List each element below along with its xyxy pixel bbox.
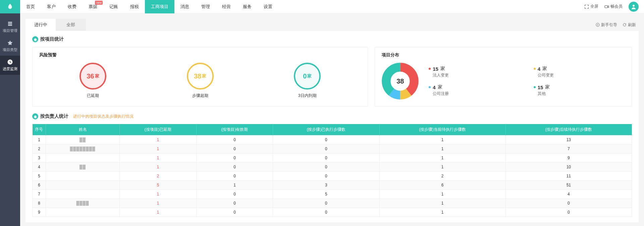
topnav-item-5[interactable]: 报税 [124, 0, 145, 13]
tab-bar: 进行中全部 新手引导 刷新 [25, 19, 639, 31]
col-0: 序号 [33, 124, 46, 135]
person-icon: ◉ [32, 113, 38, 119]
member-label: 畅会员 [610, 4, 623, 9]
table-row[interactable]: 6513651 [33, 181, 632, 190]
topnav-item-9[interactable]: 经营 [216, 0, 237, 13]
distribution-title: 项目分布 [382, 52, 625, 58]
topnav-item-1[interactable]: 客户 [41, 0, 62, 13]
video-icon [604, 4, 609, 9]
sidebar: 项目管理项目类型进度监测 [0, 13, 20, 226]
col-4: (按步骤)已执行步骤数 [273, 124, 379, 135]
topnav-item-10[interactable]: 服务 [237, 0, 258, 13]
topbar-right: 全屏 畅会员 [584, 2, 644, 12]
fullscreen-label: 全屏 [590, 4, 598, 9]
topnav-item-6[interactable]: 工商项目 [145, 0, 174, 13]
topnav-item-4[interactable]: 记账 [103, 0, 124, 13]
risk-title: 风险预警 [39, 52, 361, 58]
logo-icon [6, 3, 14, 10]
topnav-item-3[interactable]: 票据new [83, 0, 103, 13]
topnav-item-0[interactable]: 首页 [20, 0, 41, 13]
svg-rect-0 [605, 5, 607, 8]
guide-button[interactable]: 新手引导 [596, 22, 617, 28]
legend-item-1[interactable]: 4家公司变更 [534, 66, 625, 78]
risk-item-1[interactable]: 38家步骤超期 [187, 63, 214, 99]
topnav-item-7[interactable]: 消息 [174, 0, 195, 13]
topnav-item-11[interactable]: 设置 [258, 0, 278, 13]
sidebar-icon-1 [7, 40, 13, 46]
content: 进行中全部 新手引导 刷新 ◉ 按项目统计 风险预警 36家 [20, 13, 644, 226]
col-2: (按项目)已延期 [120, 124, 197, 135]
tab-0[interactable]: 进行中 [25, 19, 56, 31]
topnav-item-8[interactable]: 管理 [195, 0, 216, 13]
table-row[interactable]: 5200211 [33, 172, 632, 181]
refresh-icon [623, 23, 627, 27]
fullscreen-button[interactable]: 全屏 [584, 4, 598, 9]
sidebar-item-2[interactable]: 进度监测 [0, 56, 20, 75]
donut-chart: 38 [382, 63, 419, 100]
top-nav: 首页客户收费票据new记账报税工商项目消息管理经营服务设置 [20, 0, 278, 13]
donut-total: 38 [396, 77, 404, 85]
risk-item-0[interactable]: 36家已延期 [79, 63, 106, 99]
sidebar-item-0[interactable]: 项目管理 [0, 17, 20, 37]
fullscreen-icon [584, 4, 589, 9]
new-badge: new [95, 1, 103, 5]
col-3: (按项目)有效期 [196, 124, 273, 135]
topbar: 首页客户收费票据new记账报税工商项目消息管理经营服务设置 全屏 畅会员 [0, 0, 644, 13]
col-6: (按步骤)后续待执行步骤数 [505, 124, 632, 135]
topnav-item-2[interactable]: 收费 [62, 0, 83, 13]
sidebar-icon-2 [7, 59, 13, 65]
stats-icon: ◉ [32, 36, 38, 42]
user-icon [631, 4, 637, 10]
table-row[interactable]: 2████████10017 [33, 145, 632, 154]
person-stats-title: ◉ 按负责人统计 进行中的项目状态及步骤执行情况 [32, 113, 632, 119]
distribution-panel: 项目分布 38 15家法人变更4家公司变更4家公司注册15家其他 [375, 47, 632, 107]
col-5: (按步骤)当前待执行步骤数 [379, 124, 505, 135]
risk-item-2[interactable]: 0家3日内到期 [294, 63, 321, 99]
compass-icon [596, 23, 600, 27]
table-row[interactable]: 8████10010 [33, 199, 632, 208]
table-row[interactable]: 1██100113 [33, 135, 632, 145]
tab-1[interactable]: 全部 [56, 19, 86, 31]
member-button[interactable]: 畅会员 [604, 4, 623, 9]
legend-item-0[interactable]: 15家法人变更 [429, 66, 520, 78]
refresh-button[interactable]: 刷新 [623, 22, 636, 28]
svg-point-1 [633, 5, 635, 7]
table-row[interactable]: 910010 [33, 208, 632, 217]
risk-panel: 风险预警 36家已延期38家步骤超期0家3日内到期 [32, 47, 368, 107]
person-stats-table: 序号姓名(按项目)已延期(按项目)有效期(按步骤)已执行步骤数(按步骤)当前待执… [32, 124, 632, 217]
avatar[interactable] [629, 2, 639, 12]
sidebar-icon-0 [7, 21, 13, 27]
table-row[interactable]: 4██100110 [33, 163, 632, 172]
person-stats-subtitle: 进行中的项目状态及步骤执行情况 [73, 114, 133, 119]
guide-label: 新手引导 [601, 22, 617, 28]
col-1: 姓名 [46, 124, 120, 135]
sidebar-item-1[interactable]: 项目类型 [0, 37, 20, 56]
refresh-label: 刷新 [628, 22, 636, 28]
table-row[interactable]: 710514 [33, 190, 632, 199]
legend-item-2[interactable]: 4家公司注册 [429, 84, 520, 97]
table-row[interactable]: 310019 [33, 154, 632, 163]
project-stats-title: ◉ 按项目统计 [32, 36, 632, 42]
app-logo[interactable] [0, 0, 20, 13]
legend-item-3[interactable]: 15家其他 [534, 84, 625, 97]
